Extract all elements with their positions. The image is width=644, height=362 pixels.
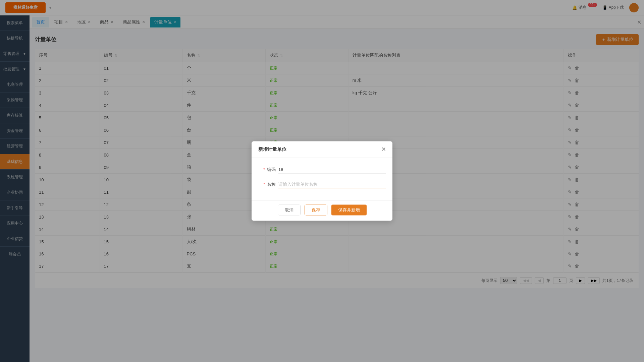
cancel-button[interactable]: 取消 (278, 205, 301, 216)
code-input[interactable] (278, 166, 386, 174)
name-label: * 名称 (258, 181, 278, 187)
dialog-header: 新增计量单位 ✕ (252, 141, 392, 158)
name-input[interactable] (278, 180, 386, 188)
save-and-new-button[interactable]: 保存并新增 (331, 205, 367, 216)
add-measure-unit-dialog: 新增计量单位 ✕ * 编码 * 名称 取消 保存 保存并新增 (252, 141, 392, 221)
form-row-name: * 名称 (258, 180, 386, 188)
dialog-title: 新增计量单位 (258, 146, 286, 152)
required-mark-name: * (263, 182, 265, 187)
code-label: * 编码 (258, 167, 278, 173)
dialog-body: * 编码 * 名称 (252, 158, 392, 200)
required-mark: * (263, 167, 265, 172)
form-row-code: * 编码 (258, 166, 386, 174)
save-button[interactable]: 保存 (305, 205, 327, 216)
dialog-close-button[interactable]: ✕ (381, 146, 386, 153)
dialog-footer: 取消 保存 保存并新增 (252, 200, 392, 221)
